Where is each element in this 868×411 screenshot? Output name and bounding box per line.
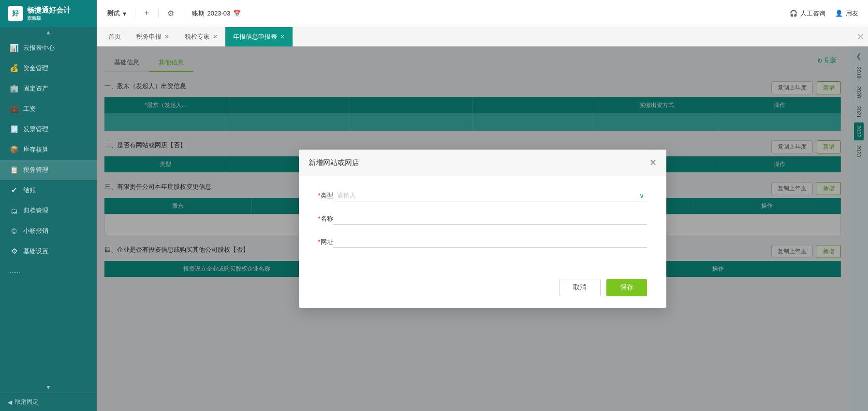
- tab-home-label: 首页: [108, 32, 121, 41]
- pin-icon: ◀: [8, 399, 12, 406]
- sidebar-item-cloud-report[interactable]: 📊 云报表中心: [0, 38, 97, 58]
- period-label: 账期: [192, 9, 205, 18]
- tab-tax-declaration-close[interactable]: ✕: [164, 33, 169, 40]
- sidebar-item-label: 资金管理: [23, 64, 48, 73]
- sidebar-item-tax[interactable]: 📋 税务管理: [0, 160, 97, 180]
- tab-tax-inspection[interactable]: 税检专家 ✕: [177, 27, 225, 46]
- sidebar-item-payroll[interactable]: 💼 工资: [0, 99, 97, 119]
- support-button[interactable]: 🎧 人工咨询: [790, 9, 825, 18]
- support-label: 人工咨询: [800, 9, 825, 18]
- xiaochang-icon: ©: [10, 227, 18, 235]
- main-area: 测试 ▾ + ⚙ 账期 2023-03 📅 🎧 人工咨询 👤 用友 首页: [97, 0, 868, 411]
- sidebar-item-label: ......: [10, 267, 20, 274]
- cancel-pin-button[interactable]: ◀ 取消固定: [0, 393, 97, 411]
- name-input[interactable]: [333, 213, 647, 224]
- period-display: 账期 2023-03 📅: [192, 9, 241, 18]
- dialog-body: *类型 ∨ *名称: [299, 176, 666, 271]
- sidebar-item-label: 小畅报销: [23, 227, 48, 235]
- dropdown-arrow-icon[interactable]: ∨: [639, 192, 647, 199]
- fixed-assets-icon: 🏢: [10, 84, 18, 93]
- sidebar-item-label: 固定资产: [23, 84, 48, 93]
- sidebar-item-label: 工资: [23, 105, 36, 113]
- sidebar-item-label: 云报表中心: [23, 44, 55, 52]
- cancel-pin-label: 取消固定: [15, 398, 38, 406]
- modal-overlay: 新增网站或网店 ✕ *类型 ∨: [97, 46, 868, 411]
- app-sub-name: 旗舰版: [27, 15, 71, 22]
- app-name: 畅捷通好会计: [27, 6, 71, 15]
- field-url-input-wrap: [333, 236, 647, 248]
- sidebar-item-archive[interactable]: 🗂 归档管理: [0, 200, 97, 221]
- tab-tax-declaration-label: 税务申报: [136, 32, 162, 41]
- topbar-divider-2: [158, 9, 159, 18]
- sidebar-item-more[interactable]: ......: [0, 261, 97, 280]
- sidebar-scroll-down[interactable]: ▼: [0, 382, 97, 393]
- dialog-close-button[interactable]: ✕: [649, 157, 657, 168]
- tab-annual-report-label: 年报信息申报表: [233, 32, 277, 41]
- close-panel-button[interactable]: ✕: [857, 31, 864, 42]
- sidebar-scroll-up[interactable]: ▲: [0, 27, 97, 38]
- user-label: 用友: [846, 9, 858, 18]
- field-name: *名称: [318, 213, 647, 225]
- calendar-icon[interactable]: 📅: [233, 10, 241, 17]
- sidebar-item-invoice[interactable]: 🧾 发票管理: [0, 119, 97, 139]
- content-area: 基础信息 其他信息 ↻ 刷新 一、股东（发起人）出资信息 复制上年度: [97, 46, 868, 411]
- sidebar-item-checkout[interactable]: ✔ 结账: [0, 180, 97, 200]
- topbar-divider-1: [135, 9, 135, 18]
- sidebar-item-label: 归档管理: [23, 206, 48, 215]
- archive-icon: 🗂: [10, 206, 18, 215]
- settings-icon: ⚙: [10, 247, 18, 256]
- add-company-button[interactable]: +: [144, 8, 149, 18]
- payroll-icon: 💼: [10, 105, 18, 113]
- topbar-right: 🎧 人工咨询 👤 用友: [790, 9, 858, 18]
- save-button[interactable]: 保存: [606, 279, 647, 296]
- sidebar-item-label: 结账: [23, 186, 36, 195]
- sidebar-item-inventory[interactable]: 📦 库存核算: [0, 139, 97, 160]
- sidebar-nav: 📊 云报表中心 💰 资金管理 🏢 固定资产 💼 工资 🧾 发票管理 📦 库存核算…: [0, 38, 97, 382]
- tab-annual-report-close[interactable]: ✕: [280, 33, 285, 40]
- invoice-icon: 🧾: [10, 125, 18, 134]
- dialog-title: 新增网站或网店: [309, 158, 359, 167]
- headset-icon: 🎧: [790, 10, 797, 17]
- field-name-label: *名称: [318, 214, 333, 223]
- cancel-button[interactable]: 取消: [559, 279, 601, 296]
- cloud-report-icon: 📊: [10, 44, 18, 52]
- sidebar-item-fund-management[interactable]: 💰 资金管理: [0, 58, 97, 78]
- sidebar-item-basic-settings[interactable]: ⚙ 基础设置: [0, 241, 97, 261]
- company-name: 测试: [106, 9, 120, 18]
- sidebar-item-xiaochang[interactable]: © 小畅报销: [0, 221, 97, 241]
- fund-icon: 💰: [10, 64, 18, 73]
- app-logo: 好 畅捷通好会计 旗舰版: [0, 0, 97, 27]
- settings-button[interactable]: ⚙: [167, 9, 174, 18]
- period-value: 2023-03: [207, 10, 231, 17]
- dialog-footer: 取消 保存: [299, 271, 666, 308]
- tabs-bar: 首页 税务申报 ✕ 税检专家 ✕ 年报信息申报表 ✕ ✕: [97, 27, 868, 46]
- company-dropdown-icon: ▾: [123, 10, 126, 17]
- tab-tax-declaration[interactable]: 税务申报 ✕: [129, 27, 177, 46]
- url-input[interactable]: [333, 236, 647, 247]
- sidebar-item-fixed-assets[interactable]: 🏢 固定资产: [0, 78, 97, 99]
- inventory-icon: 📦: [10, 145, 18, 154]
- checkout-icon: ✔: [10, 186, 18, 195]
- type-input[interactable]: [333, 190, 639, 201]
- sidebar-item-label: 发票管理: [23, 125, 48, 134]
- logo-icon: 好: [8, 6, 23, 21]
- field-url-label: *网址: [318, 238, 333, 246]
- company-selector[interactable]: 测试 ▾: [106, 9, 126, 18]
- sidebar: 好 畅捷通好会计 旗舰版 ▲ 📊 云报表中心 💰 资金管理 🏢 固定资产 💼 工…: [0, 0, 97, 411]
- field-type: *类型 ∨: [318, 190, 647, 201]
- add-website-dialog: 新增网站或网店 ✕ *类型 ∨: [299, 150, 666, 308]
- sidebar-item-label: 税务管理: [23, 166, 48, 174]
- user-icon: 👤: [835, 10, 843, 17]
- tab-tax-inspection-close[interactable]: ✕: [213, 33, 218, 40]
- field-name-input-wrap: [333, 213, 647, 225]
- tab-tax-inspection-label: 税检专家: [185, 32, 210, 41]
- field-type-input-wrap: ∨: [333, 190, 647, 201]
- field-url: *网址: [318, 236, 647, 248]
- tab-annual-report[interactable]: 年报信息申报表 ✕: [225, 27, 293, 46]
- topbar-divider-3: [183, 9, 183, 18]
- dialog-header: 新增网站或网店 ✕: [299, 150, 666, 176]
- tax-icon: 📋: [10, 166, 18, 174]
- field-type-label: *类型: [318, 191, 333, 200]
- user-button[interactable]: 👤 用友: [835, 9, 858, 18]
- tab-home[interactable]: 首页: [101, 27, 129, 46]
